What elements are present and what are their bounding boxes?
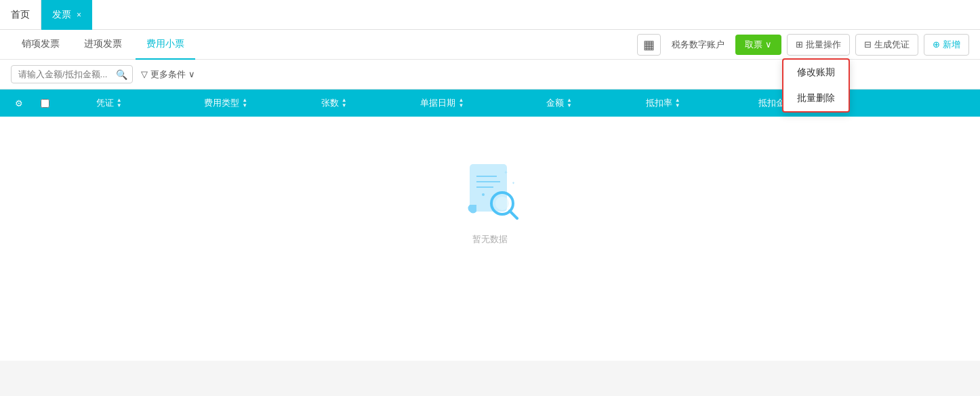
- th-deduct-rate: 抵扣率 ▲▼: [611, 97, 715, 109]
- top-nav: 首页 发票 ×: [0, 0, 980, 30]
- empty-text: 暂无数据: [472, 233, 508, 245]
- tab-home[interactable]: 首页: [0, 0, 41, 30]
- batch-ops-wrapper: ⊞ 批量操作 修改账期 批量删除: [787, 34, 850, 56]
- th-amount: 金额 ▲▼: [507, 97, 611, 109]
- active-tab-label: 发票: [52, 9, 71, 21]
- search-wrap: 🔍: [11, 65, 133, 83]
- more-filter-button[interactable]: ▽ 更多条件 ∨: [141, 68, 195, 81]
- add-new-label: 新增: [943, 39, 960, 51]
- take-invoice-button[interactable]: 取票 ∨: [735, 35, 781, 55]
- tab-purchase[interactable]: 进项发票: [73, 30, 133, 60]
- take-invoice-label: 取票: [745, 39, 762, 51]
- th-cost-type: 费用类型 ▲▼: [161, 97, 291, 109]
- svg-line-6: [510, 211, 517, 218]
- filter-funnel-icon: ▽: [141, 69, 148, 79]
- add-new-button[interactable]: ⊕ 新增: [924, 34, 969, 56]
- close-tab-icon[interactable]: ×: [77, 10, 81, 20]
- add-new-icon: ⊕: [933, 39, 940, 50]
- search-input[interactable]: [11, 65, 133, 83]
- svg-text:✦: ✦: [504, 170, 508, 176]
- more-filter-label: 更多条件: [150, 68, 186, 81]
- cert-sort-icon[interactable]: ▲▼: [117, 98, 122, 108]
- gear-icon: ⚙: [15, 98, 23, 108]
- th-count: 张数 ▲▼: [291, 97, 377, 109]
- batch-dropdown-menu: 修改账期 批量删除: [782, 58, 850, 113]
- cost-type-sort-icon[interactable]: ▲▼: [242, 98, 247, 108]
- svg-text:✦: ✦: [512, 181, 515, 185]
- content-area: ⚙ 凭证 ▲▼ 费用类型 ▲▼ 张数 ▲▼ 单据日期 ▲▼ 金额 ▲▼ 抵扣率 …: [0, 90, 980, 361]
- tax-account-link[interactable]: 税务数字账户: [666, 39, 730, 51]
- empty-state: ✦ ✦ 暂无数据: [0, 117, 980, 273]
- sub-nav: 销项发票 进项发票 费用小票 ▦ 税务数字账户 取票 ∨ ⊞ 批量操作 修改账期…: [0, 30, 980, 60]
- batch-ops-button[interactable]: ⊞ 批量操作: [787, 34, 850, 56]
- deduct-rate-sort-icon[interactable]: ▲▼: [675, 98, 680, 108]
- sub-nav-right: ▦ 税务数字账户 取票 ∨ ⊞ 批量操作 修改账期 批量删除 ⊟ 生成凭证 ⊕ …: [637, 34, 969, 56]
- search-icon[interactable]: 🔍: [116, 69, 127, 80]
- batch-ops-label: 批量操作: [806, 39, 841, 51]
- tab-invoice[interactable]: 发票 ×: [41, 0, 92, 30]
- generate-cert-label: 生成凭证: [874, 39, 910, 51]
- th-cert: 凭证 ▲▼: [57, 97, 161, 109]
- dropdown-modify-period[interactable]: 修改账期: [783, 60, 849, 85]
- th-check[interactable]: [33, 99, 57, 108]
- take-invoice-arrow: ∨: [765, 39, 772, 50]
- svg-point-7: [482, 193, 485, 196]
- th-date: 单据日期 ▲▼: [377, 97, 508, 109]
- select-all-checkbox[interactable]: [41, 99, 49, 108]
- batch-ops-icon: ⊞: [796, 39, 803, 50]
- generate-cert-button[interactable]: ⊟ 生成凭证: [855, 34, 918, 56]
- amount-sort-icon[interactable]: ▲▼: [567, 98, 572, 108]
- dropdown-batch-delete[interactable]: 批量删除: [783, 85, 849, 111]
- empty-illustration: ✦ ✦: [456, 157, 524, 225]
- generate-cert-icon: ⊟: [864, 39, 872, 50]
- count-sort-icon[interactable]: ▲▼: [342, 98, 347, 108]
- filter-arrow-icon: ∨: [188, 69, 195, 79]
- sub-nav-left: 销项发票 进项发票 费用小票: [11, 30, 198, 59]
- qr-button[interactable]: ▦: [637, 34, 661, 56]
- tab-expense[interactable]: 费用小票: [136, 30, 195, 60]
- th-gear[interactable]: ⚙: [5, 98, 33, 108]
- date-sort-icon[interactable]: ▲▼: [458, 98, 464, 108]
- tab-sales[interactable]: 销项发票: [11, 30, 70, 60]
- svg-point-5: [495, 197, 509, 210]
